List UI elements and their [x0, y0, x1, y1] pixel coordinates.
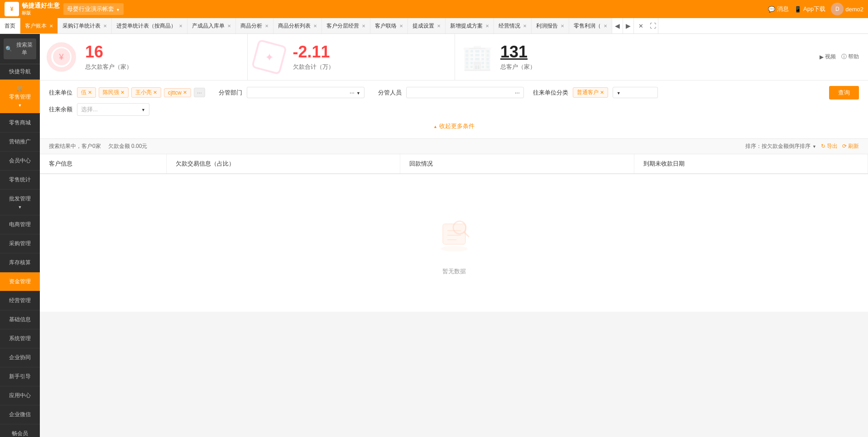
- person-dropdown[interactable]: ···: [406, 87, 524, 98]
- sidebar-item-app-center[interactable]: 应用中心: [0, 386, 40, 405]
- retail-icon: 🛒: [17, 85, 24, 91]
- refresh-button[interactable]: ⟳ 刷新: [842, 142, 859, 150]
- collapse-area: 收起更多条件: [49, 119, 859, 133]
- tag-close-icon[interactable]: ✕: [88, 90, 92, 95]
- tab-product-entry[interactable]: 产成品入库单 ✕: [187, 18, 236, 33]
- video-icon: ▶: [820, 54, 824, 60]
- sidebar-item-vip-member[interactable]: 畅会员: [0, 424, 40, 437]
- unit-tag-1[interactable]: 陈民强 ✕: [99, 87, 129, 98]
- tab-close-segment[interactable]: ✕: [362, 24, 365, 28]
- stats-right-actions: ▶ 视频 ⓘ 帮助: [810, 34, 868, 80]
- filter-area: 往来单位 伍 ✕ 陈民强 ✕ 王小亮 ✕ cjttcw: [40, 81, 868, 139]
- search-menu-button[interactable]: 🔍 搜索菜单: [4, 38, 36, 59]
- tab-new-promotion[interactable]: 新增提成方案 ✕: [446, 18, 494, 33]
- sidebar-item-membership[interactable]: 会员中心: [0, 152, 40, 171]
- sidebar-item-retail-mall[interactable]: 零售商城: [0, 114, 40, 133]
- unit-category-label: 往来单位分类: [533, 89, 568, 97]
- data-table: 客户信息 欠款交易信息（占比） 回款情况 到期未收款日期: [40, 154, 868, 312]
- category-tag-0[interactable]: 普通客户 ✕: [573, 87, 608, 98]
- tab-close-operations[interactable]: ✕: [523, 24, 527, 28]
- tab-goods-stats[interactable]: 进货单统计表（按商品） ✕: [112, 18, 187, 33]
- stat-block-amount: ✦ -2.11 欠款合计（万）: [248, 34, 456, 80]
- tab-close-retail-profit[interactable]: ✕: [604, 24, 607, 28]
- sidebar-item-enterprise-wechat[interactable]: 企业微信: [0, 405, 40, 424]
- dept-filter-label: 分管部门: [219, 89, 242, 97]
- quick-nav-button[interactable]: 快捷导航: [0, 64, 40, 80]
- sidebar-item-inventory[interactable]: 库存核算: [0, 253, 40, 272]
- tab-purchase-orders[interactable]: 采购订单统计表 ✕: [58, 18, 112, 33]
- tab-home[interactable]: 首页: [0, 18, 20, 33]
- tab-goods-analysis[interactable]: 商品分析 ✕: [236, 18, 273, 33]
- stat-number-total: 131: [500, 43, 528, 61]
- user-menu[interactable]: D demo2: [831, 3, 863, 15]
- sidebar-item-new-guide[interactable]: 新手引导: [0, 367, 40, 386]
- tab-operations[interactable]: 经营情况 ✕: [494, 18, 532, 33]
- unit-more-button[interactable]: ···: [194, 88, 205, 97]
- amount-text: 欠款金额 0.00元: [108, 142, 148, 150]
- tab-close-accounts[interactable]: ✕: [49, 24, 53, 28]
- tab-close-product-entry[interactable]: ✕: [227, 24, 231, 28]
- export-button[interactable]: ↻ 导出: [821, 142, 838, 150]
- unit-category-tags: 普通客户 ✕: [573, 87, 608, 98]
- balance-filter-label: 往来余额: [49, 105, 72, 114]
- sidebar-item-retail[interactable]: 🛒 零售管理: [0, 80, 40, 114]
- sidebar-item-marketing[interactable]: 营销推广: [0, 133, 40, 152]
- logo-text: 畅捷通好生意 标版: [22, 2, 60, 16]
- tab-close-purchase[interactable]: ✕: [103, 24, 107, 28]
- sidebar-item-operations[interactable]: 经营管理: [0, 291, 40, 310]
- tag-close-icon[interactable]: ✕: [183, 90, 187, 95]
- svg-point-0: [441, 246, 468, 252]
- tab-close-goods-analysis-list[interactable]: ✕: [313, 24, 317, 28]
- sidebar-item-finance[interactable]: 资金管理: [0, 272, 40, 291]
- collapse-button[interactable]: 收起更多条件: [433, 122, 475, 130]
- col-header-debt: 欠款交易信息（占比）: [167, 154, 400, 173]
- refresh-icon: ↻: [821, 143, 825, 149]
- tab-close-all[interactable]: ✕: [634, 18, 647, 33]
- sidebar-item-ecommerce[interactable]: 电商管理: [0, 215, 40, 234]
- tab-close-new-promotion[interactable]: ✕: [485, 24, 489, 28]
- messages-button[interactable]: 💬 消息: [768, 5, 789, 13]
- query-button[interactable]: 查询: [829, 86, 859, 100]
- tag-close-icon[interactable]: ✕: [120, 90, 125, 95]
- tab-nav-left[interactable]: ◀: [612, 18, 623, 33]
- tab-goods-analysis-list[interactable]: 商品分析列表 ✕: [273, 18, 322, 33]
- filter-row-2: 往来余额 选择...: [49, 103, 859, 116]
- tab-customer-contact[interactable]: 客户联络 ✕: [370, 18, 408, 33]
- download-icon: 📱: [794, 6, 801, 13]
- tab-close-promotion[interactable]: ✕: [437, 24, 441, 28]
- dept-dropdown[interactable]: ···: [247, 87, 364, 98]
- sidebar-item-enterprise[interactable]: 企业协同: [0, 348, 40, 367]
- tab-maximize[interactable]: ⛶: [647, 18, 658, 33]
- tab-close-goods-analysis[interactable]: ✕: [265, 24, 269, 28]
- video-button[interactable]: ▶ 视频: [820, 53, 836, 61]
- balance-input[interactable]: 选择...: [77, 103, 149, 116]
- chevron-up-icon: [433, 123, 437, 129]
- tab-close-goods-stats[interactable]: ✕: [179, 24, 182, 28]
- tab-close-contact[interactable]: ✕: [399, 24, 403, 28]
- unit-tag-3[interactable]: cjttcw ✕: [164, 88, 191, 97]
- sidebar-item-basic-info[interactable]: 基础信息: [0, 310, 40, 329]
- logo-area: ¥ 畅捷通好生意 标版: [5, 2, 60, 16]
- sidebar-item-system[interactable]: 系统管理: [0, 329, 40, 348]
- tab-accounts[interactable]: 客户账本 ✕: [20, 18, 58, 33]
- category-dropdown[interactable]: [613, 87, 658, 98]
- help-button[interactable]: ⓘ 帮助: [841, 53, 859, 61]
- tab-close-profit[interactable]: ✕: [561, 24, 564, 28]
- sidebar-item-purchase[interactable]: 采购管理: [0, 234, 40, 253]
- tab-customer-segment[interactable]: 客户分层经营 ✕: [322, 18, 370, 33]
- person-more-icon: ···: [515, 89, 520, 96]
- sort-button[interactable]: 排序：按欠款金额倒序排序: [745, 142, 816, 150]
- app-download-button[interactable]: 📱 App下载: [794, 5, 825, 13]
- unit-tag-2[interactable]: 王小亮 ✕: [131, 87, 161, 98]
- sidebar: 🔍 搜索菜单 快捷导航 🛒 零售管理 零售商城 营销推广 会员中心 零售统计 批…: [0, 34, 40, 437]
- unit-tag-0[interactable]: 伍 ✕: [77, 87, 96, 98]
- tab-profit-report[interactable]: 利润报告 ✕: [532, 18, 569, 33]
- tag-close-icon[interactable]: ✕: [153, 90, 157, 95]
- tag-close-icon[interactable]: ✕: [600, 90, 604, 95]
- tab-nav-right[interactable]: ▶: [623, 18, 634, 33]
- tab-promotion-settings[interactable]: 提成设置 ✕: [408, 18, 446, 33]
- company-selector[interactable]: 母婴行业演示帐套: [63, 3, 124, 15]
- tab-retail-profit[interactable]: 零售利润（ ✕: [569, 18, 612, 33]
- sidebar-item-wholesale[interactable]: 批发管理: [0, 190, 40, 215]
- sidebar-item-retail-stats[interactable]: 零售统计: [0, 171, 40, 190]
